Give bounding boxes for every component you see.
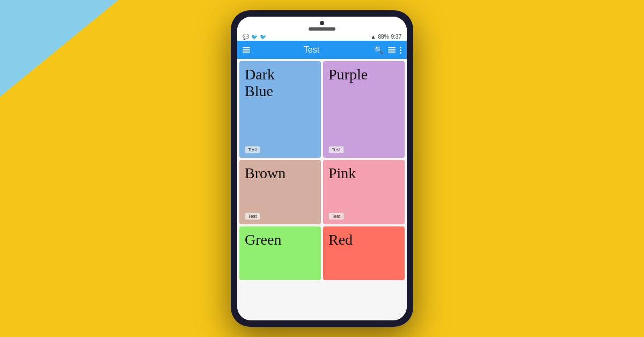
status-right: ▲ 88% 9:37: [371, 34, 401, 40]
card-red[interactable]: Red: [323, 226, 405, 280]
phone-screen: 💬 🐦 🐦 ▲ 88% 9:37 Test 🔍: [237, 17, 407, 320]
twitter-icon-1: 🐦: [251, 34, 258, 40]
speaker: [309, 27, 335, 31]
card-green[interactable]: Green: [239, 226, 321, 280]
content-grid: DarkBlue Test Purple Test Brown Test Pin…: [237, 59, 407, 320]
view-icon[interactable]: [388, 47, 396, 53]
card-dark-blue-badge: Test: [245, 146, 260, 153]
app-bar-icons: 🔍: [373, 46, 401, 55]
menu-icon[interactable]: [243, 47, 250, 53]
wifi-icon: ▲: [371, 34, 376, 40]
card-pink[interactable]: Pink Test: [323, 160, 405, 224]
card-dark-blue-title: DarkBlue: [245, 67, 316, 100]
card-purple-badge: Test: [328, 146, 344, 153]
card-brown-badge: Test: [245, 213, 260, 220]
card-pink-title: Pink: [328, 165, 399, 182]
card-red-title: Red: [328, 232, 399, 248]
card-pink-badge: Test: [328, 213, 344, 220]
twitter-icon-2: 🐦: [260, 34, 266, 40]
card-dark-blue[interactable]: DarkBlue Test: [239, 61, 321, 158]
status-left: 💬 🐦 🐦: [243, 34, 266, 40]
card-purple[interactable]: Purple Test: [323, 61, 405, 158]
card-brown[interactable]: Brown Test: [239, 160, 321, 224]
battery-text: 88%: [378, 34, 389, 40]
phone-top-bezel: [237, 17, 407, 33]
phone-shell: 💬 🐦 🐦 ▲ 88% 9:37 Test 🔍: [231, 10, 413, 327]
card-green-title: Green: [245, 232, 316, 248]
app-bar: Test 🔍: [237, 41, 407, 59]
card-brown-title: Brown: [245, 165, 316, 182]
app-title: Test: [255, 45, 368, 55]
time-text: 9:37: [391, 34, 401, 40]
card-purple-title: Purple: [328, 67, 399, 83]
status-bar: 💬 🐦 🐦 ▲ 88% 9:37: [237, 33, 407, 41]
more-icon[interactable]: [400, 47, 401, 54]
camera: [320, 21, 324, 25]
message-icon: 💬: [243, 34, 249, 40]
search-icon[interactable]: 🔍: [373, 46, 384, 55]
